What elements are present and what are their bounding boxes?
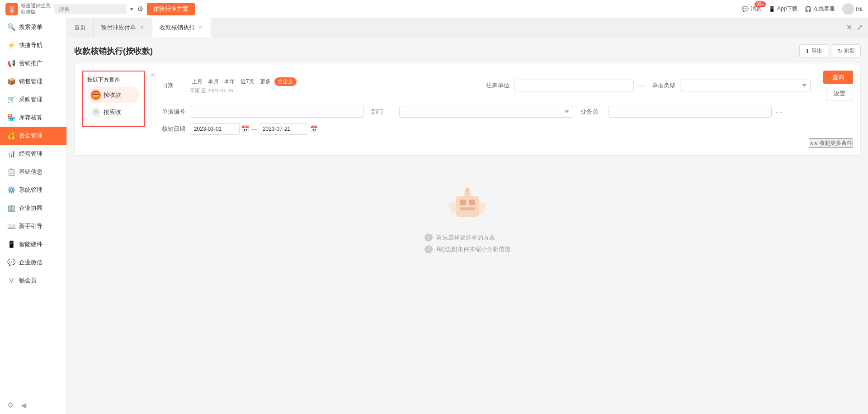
page-actions: ⬆ 导出 ↻ 刷新 [799, 44, 861, 57]
query-button[interactable]: 查询 [823, 71, 853, 84]
collapse-more-section: ∧∧ 收起更多条件 [162, 138, 853, 148]
shortcut-this-month[interactable]: 本月 [206, 77, 221, 86]
filter-row-1: 日期 上月 本月 本年 近7天 更多 自定义 [162, 71, 853, 100]
filter-option-by-receivable[interactable]: ⏱ 按应收 [87, 105, 140, 120]
sidebar-item-operations[interactable]: 📊 经营管理 [0, 145, 66, 163]
shortcut-more[interactable]: 更多 [258, 77, 273, 86]
sidebar-item-vip[interactable]: Ⅴ 畅会员 [0, 271, 66, 290]
writeoff-end-date-input[interactable] [259, 123, 308, 135]
settings-icon[interactable]: ⚙ [7, 401, 14, 409]
collapse-more-button[interactable]: ∧∧ 收起更多条件 [809, 138, 853, 148]
start-calendar-icon[interactable]: 📅 [241, 125, 249, 133]
close-prepay-tab-icon[interactable]: ✕ [139, 24, 145, 31]
headset-icon: 🎧 [805, 6, 811, 12]
sidebar-item-search-menu[interactable]: 🔍 搜索菜单 [0, 18, 66, 36]
refresh-icon: ↻ [838, 48, 842, 54]
export-button[interactable]: ⬆ 导出 [799, 44, 828, 57]
topbar-right: 💬 消息 99+ 📱 App下载 🎧 在线客服 Rit [742, 3, 863, 15]
online-service-button[interactable]: 🎧 在线客服 [805, 5, 835, 13]
counterparty-input[interactable] [514, 80, 634, 91]
sidebar-item-purchase[interactable]: 🛒 采购管理 [0, 90, 66, 109]
sidebar-item-sales[interactable]: 📦 销售管理 [0, 72, 66, 90]
filter-option-by-receipt[interactable]: 💳 按收款 [87, 87, 140, 103]
search-icon: 🔍 [7, 23, 15, 31]
salesperson-more-icon[interactable]: ⋯ [775, 108, 783, 116]
filter-counterparty-item: 往来单位 ⋯ [486, 80, 645, 91]
setting-button[interactable]: 设置 [826, 87, 853, 100]
shortcut-custom[interactable]: 自定义 [274, 77, 297, 86]
writeoff-date-range: 📅 — 📅 [190, 123, 318, 135]
receivable-icon: ⏱ [91, 107, 101, 117]
sidebar-item-marketing[interactable]: 📢 营销推广 [0, 54, 66, 72]
filter-salesperson-item: 业务员 ⋯ [580, 106, 783, 118]
smart-hw-icon: 📱 [7, 240, 15, 248]
tab-receipt[interactable]: 收款核销执行 ✕ [152, 18, 211, 37]
filter-writeoff-date-item: 核销日期 📅 — 📅 [162, 123, 504, 135]
solution-button[interactable]: 体验行业方案 [147, 3, 195, 15]
sidebar-item-inventory[interactable]: 🏪 库存核算 [0, 109, 66, 127]
filter-docnum-item: 单据编号 [162, 106, 364, 118]
quick-nav-icon: ⚡ [7, 41, 15, 49]
collapse-filter-icon[interactable]: » [149, 71, 156, 79]
brand: 🐰 畅捷通好生意 标准版 [5, 3, 51, 15]
user-menu[interactable]: Rit [842, 3, 863, 15]
filter-doctype-item: 单据类型 [652, 80, 811, 91]
shortcut-last-month[interactable]: 上月 [190, 77, 204, 86]
close-all-tabs-icon[interactable]: ✕ [844, 21, 854, 33]
salesperson-input[interactable] [609, 106, 772, 118]
sidebar: 🔍 搜索菜单 ⚡ 快捷导航 📢 营销推广 📦 销售管理 🛒 采购管理 🏪 库存核… [0, 18, 67, 414]
sidebar-item-enterprise[interactable]: 🏢 企业协同 [0, 199, 66, 217]
operations-icon: 📊 [7, 150, 15, 158]
message-button[interactable]: 💬 消息 99+ [742, 5, 761, 13]
sidebar-item-system[interactable]: ⚙️ 系统管理 [0, 181, 66, 199]
tab-bar: 首页 预付冲应付单 ✕ 收款核销执行 ✕ ✕ ⤢ [67, 18, 868, 37]
receipt-icon: 💳 [91, 90, 101, 100]
shortcut-7days[interactable]: 近7天 [239, 77, 256, 86]
close-receipt-tab-icon[interactable]: ✕ [198, 24, 203, 31]
sidebar-item-finance[interactable]: 💰 资金管理 [0, 127, 66, 145]
sidebar-item-wechat[interactable]: 💬 企业微信 [0, 253, 66, 271]
filter-rows: 日期 上月 本月 本年 近7天 更多 自定义 [162, 71, 853, 135]
maximize-icon[interactable]: ⤢ [855, 21, 864, 33]
docnum-input[interactable] [190, 106, 364, 118]
search-input[interactable] [54, 4, 127, 14]
doctype-select[interactable] [680, 80, 811, 91]
tip-num-1: 1 [425, 233, 433, 242]
collapse-sidebar-icon[interactable]: ◀ [21, 401, 26, 409]
brand-icon: 🐰 [5, 3, 18, 15]
topbar-left: 🐰 畅捷通好生意 标准版 ▾ ⚙ 体验行业方案 [5, 3, 738, 15]
finance-icon: 💰 [7, 132, 15, 140]
gear-icon[interactable]: ⚙ [137, 5, 143, 13]
empty-tip-1: 1 请先选择要分析的方案 [425, 233, 510, 242]
page-header: 收款核销执行(按收款) ⬆ 导出 ↻ 刷新 [74, 44, 861, 57]
filter-row-3: 核销日期 📅 — 📅 [162, 123, 853, 135]
date-shortcuts: 上月 本月 本年 近7天 更多 自定义 [190, 77, 479, 86]
brand-name: 畅捷通好生意 标准版 [21, 3, 51, 14]
refresh-button[interactable]: ↻ 刷新 [832, 44, 861, 57]
enterprise-icon: 🏢 [7, 204, 15, 212]
tip-num-2: 2 [425, 245, 433, 253]
tab-home[interactable]: 首页 [67, 18, 94, 37]
message-badge: 99+ [755, 1, 766, 7]
main-layout: 🔍 搜索菜单 ⚡ 快捷导航 📢 营销推广 📦 销售管理 🛒 采购管理 🏪 库存核… [0, 18, 868, 414]
page-content: 收款核销执行(按收款) ⬆ 导出 ↻ 刷新 按以下方 [67, 37, 868, 414]
svg-point-5 [466, 188, 469, 191]
sidebar-item-basic-info[interactable]: 📋 基础信息 [0, 163, 66, 181]
end-calendar-icon[interactable]: 📅 [310, 125, 318, 133]
collapse-up-icon: ∧∧ [810, 140, 818, 147]
sidebar-item-quick-nav[interactable]: ⚡ 快捷导航 [0, 36, 66, 54]
app-download-button[interactable]: 📱 App下载 [769, 5, 797, 13]
writeoff-start-date-input[interactable] [190, 123, 240, 135]
message-icon: 💬 [742, 6, 749, 12]
shortcut-this-year[interactable]: 本年 [222, 77, 237, 86]
dropdown-icon[interactable]: ▾ [130, 5, 133, 12]
sidebar-item-guide[interactable]: 📖 新手引导 [0, 217, 66, 235]
sidebar-item-smart-hw[interactable]: 📱 智能硬件 [0, 235, 66, 253]
counterparty-more-icon[interactable]: ⋯ [637, 81, 645, 90]
tab-prepay[interactable]: 预付冲应付单 ✕ [94, 18, 152, 37]
department-select[interactable] [399, 106, 573, 118]
writeoff-date-label: 核销日期 [162, 125, 186, 133]
topbar: 🐰 畅捷通好生意 标准版 ▾ ⚙ 体验行业方案 💬 消息 99+ 📱 App下载… [0, 0, 868, 18]
app-icon: 📱 [769, 6, 775, 12]
avatar [842, 3, 854, 15]
